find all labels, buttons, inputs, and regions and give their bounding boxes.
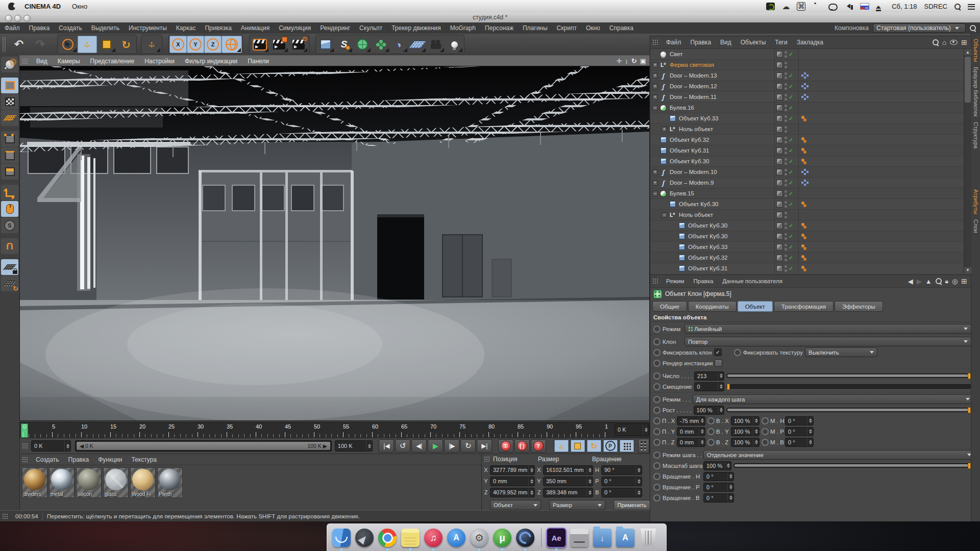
material-swatch[interactable]: dividers (22, 467, 47, 498)
object-row[interactable]: Door – Modern.9 ✓ (650, 178, 971, 188)
layer-chip[interactable] (776, 51, 783, 58)
visibility-dots[interactable] (785, 201, 787, 208)
enabled-check-icon[interactable]: ✓ (789, 83, 795, 90)
search-icon[interactable] (936, 278, 942, 284)
app-menu-item[interactable]: Справка (605, 24, 638, 32)
iteration-mode-dropdown[interactable]: Для каждого шага (693, 394, 973, 404)
keyframe-circle[interactable] (653, 417, 660, 424)
object-row[interactable]: Объект Куб.31 ✓ (650, 145, 971, 156)
layer-chip[interactable] (776, 115, 783, 122)
object-row[interactable]: Объект Куб.32 ✓ (650, 135, 971, 145)
object-name[interactable]: Объект Куб.30 (688, 222, 728, 229)
dock-app-icon[interactable] (515, 528, 535, 548)
layer-chip[interactable] (776, 169, 783, 176)
object-name[interactable]: Ноль объект (679, 212, 713, 218)
app-menu-item[interactable]: Плагины (518, 24, 552, 32)
record-keyframe-button[interactable]: ⚿ (498, 439, 513, 453)
keyframe-circle[interactable] (653, 452, 660, 459)
menubar-clock[interactable]: Сб, 1:18 (892, 3, 917, 10)
step-rotation-b-field[interactable]: 0 ° (703, 493, 734, 503)
add-generator-button[interactable] (353, 36, 372, 53)
viewport-3d-scene[interactable] (19, 66, 650, 421)
object-row[interactable]: Объект Куб.31 ✓ (650, 263, 971, 273)
layer-chip[interactable] (776, 233, 783, 240)
viewport-solo-button[interactable] (1, 201, 18, 217)
step-rotation-h-field[interactable]: 0 ° (703, 472, 734, 481)
target-icon[interactable]: ◎ (952, 278, 958, 285)
object-row[interactable]: Door – Modern.13 ✓ (650, 70, 971, 81)
attribute-tab[interactable]: Трансформация (774, 301, 834, 312)
layer-chip[interactable] (776, 180, 783, 186)
tab-objects[interactable]: Объекты (973, 39, 979, 62)
key-scale-toggle[interactable] (570, 439, 585, 453)
material-swatch[interactable]: Plinth (157, 467, 183, 498)
visibility-dots[interactable] (785, 233, 787, 240)
object-row[interactable]: Булев.16 ✓ (650, 103, 971, 113)
magnet-tool-button[interactable]: U (1, 238, 18, 254)
size-x-field[interactable]: 16102.501 mm (543, 465, 593, 475)
app-menu-item[interactable]: Правка (24, 24, 55, 32)
visibility-dots[interactable] (785, 105, 787, 111)
add-mograph-cloner-button[interactable] (372, 36, 390, 53)
growth-slider[interactable] (726, 408, 971, 412)
app-menu-item[interactable]: Симуляция (274, 24, 315, 32)
object-tag-icon[interactable] (801, 223, 804, 226)
viewport-menu-item[interactable]: Панели (242, 58, 274, 65)
count-field[interactable]: 213 (694, 371, 724, 381)
app-menu-item[interactable]: Окно (581, 24, 605, 32)
screen-recorder-status[interactable]: SDREC (924, 3, 947, 10)
enabled-check-icon[interactable]: ✓ (789, 137, 795, 143)
object-manager-menu-item[interactable]: Вид (716, 39, 736, 46)
dock-app-icon[interactable]: ♫ (423, 528, 444, 548)
object-row[interactable]: Ферма световая ✓ (650, 60, 971, 70)
position-mode-dropdown[interactable]: Объект (490, 500, 541, 510)
close-window-button[interactable] (5, 15, 12, 22)
add-deformer-button[interactable]: ◗ (390, 36, 408, 53)
history-forward-icon[interactable]: ▶ (917, 278, 922, 285)
object-tag-icon[interactable] (801, 244, 804, 247)
app-menu-item[interactable]: Создать (54, 24, 87, 32)
texture-mode-button[interactable] (1, 94, 18, 110)
transform-field[interactable]: 0 ° (785, 427, 814, 436)
apple-menu-icon[interactable] (8, 3, 15, 10)
expand-toggle[interactable] (652, 180, 658, 186)
expand-toggle[interactable] (652, 94, 658, 100)
home-icon[interactable]: ⌂ (942, 39, 946, 46)
undo-button[interactable]: ↶ (8, 36, 30, 53)
make-editable-button[interactable] (1, 57, 18, 72)
edit-render-settings-button[interactable]: ⚙ (289, 36, 308, 53)
panel-grip[interactable] (652, 39, 658, 45)
keyframe-circle[interactable] (734, 349, 741, 356)
workplane-lock-button[interactable] (1, 259, 18, 275)
layer-chip[interactable] (776, 94, 783, 101)
rotation-b-field[interactable]: 0 ° (601, 488, 642, 497)
object-name[interactable]: Door – Modern.11 (670, 94, 717, 100)
layer-chip[interactable] (776, 62, 783, 68)
enabled-check-icon[interactable]: ✓ (789, 255, 795, 261)
object-row[interactable]: Door – Modern.10 ✓ (650, 167, 971, 178)
active-app-name[interactable]: CINEMA 4D (24, 3, 61, 10)
mode-dropdown[interactable]: Линейный (684, 324, 971, 334)
visibility-dots[interactable] (785, 51, 787, 58)
transform-field[interactable]: 0 ° (785, 438, 814, 447)
enabled-check-icon[interactable]: ✓ (789, 147, 795, 154)
expand-toggle[interactable] (652, 169, 658, 175)
object-tag-icon[interactable] (801, 255, 804, 258)
material-swatch[interactable]: metal (49, 467, 75, 498)
dock-app-icon[interactable]: ⚙ (469, 528, 489, 548)
command-tray-icon[interactable]: ⌘ (797, 2, 805, 11)
object-name[interactable]: Ферма световая (670, 62, 714, 68)
material-menu-item[interactable]: Правка (64, 456, 94, 463)
clone-dropdown[interactable]: Повтор (684, 337, 971, 346)
next-frame-button[interactable]: |▶ (444, 439, 459, 453)
size-mode-dropdown[interactable]: Размер (549, 500, 605, 510)
object-tag-icon[interactable] (801, 148, 804, 151)
attribute-tab[interactable]: Координаты (688, 301, 737, 312)
visibility-dots[interactable] (785, 158, 787, 165)
search-icon[interactable] (933, 39, 939, 45)
tab-attributes[interactable]: Атрибуты (973, 189, 979, 214)
layer-chip[interactable] (776, 244, 783, 251)
layer-chip[interactable] (776, 190, 783, 197)
object-name[interactable]: Door – Modern.12 (670, 83, 717, 89)
panel-grip[interactable] (22, 457, 28, 463)
